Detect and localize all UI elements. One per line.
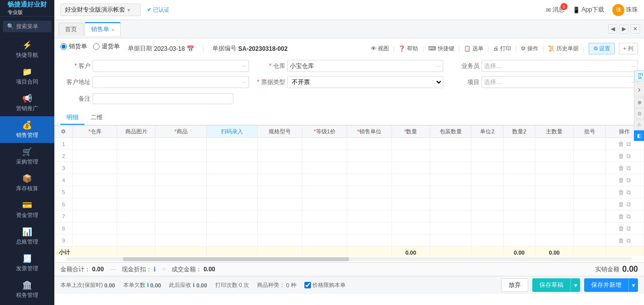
row-product[interactable] — [155, 222, 206, 235]
row-warehouse[interactable] — [72, 222, 117, 235]
row-warehouse[interactable] — [72, 138, 117, 150]
row-scan[interactable] — [206, 138, 257, 150]
right-panel-btn-3[interactable]: ⊙ — [634, 108, 644, 119]
right-panel-expand-1[interactable]: › — [634, 83, 644, 97]
customer-input[interactable]: ··· — [93, 60, 249, 72]
row-qty[interactable] — [391, 162, 430, 174]
row-batch[interactable] — [574, 222, 605, 235]
row-pack-qty[interactable] — [430, 162, 471, 174]
row-unit[interactable] — [347, 235, 391, 247]
row-price[interactable] — [302, 138, 347, 150]
row-scan[interactable] — [206, 162, 257, 174]
row-pack-qty[interactable] — [430, 138, 471, 150]
row-qty2[interactable] — [503, 162, 535, 174]
row-qty2[interactable] — [503, 186, 535, 198]
row-pack-qty[interactable] — [430, 186, 471, 198]
row-product[interactable] — [155, 235, 206, 247]
row-qty2[interactable] — [503, 222, 535, 235]
row-unit[interactable] — [347, 186, 391, 198]
row-product-img[interactable] — [117, 150, 155, 162]
app-download-button[interactable]: 📱 App下载 — [573, 6, 604, 14]
row-scan[interactable] — [206, 235, 257, 247]
remarks-input[interactable] — [93, 93, 233, 104]
row-delete-icon[interactable]: 🗑 — [618, 140, 624, 147]
row-batch[interactable] — [574, 235, 605, 247]
search-menu-button[interactable]: 🔍 搜索菜单 — [3, 21, 51, 32]
sidebar-item-sales[interactable]: 💰 销售管理 — [0, 116, 54, 143]
sidebar-item-marketing[interactable]: 📢 营销推广 — [0, 90, 54, 116]
row-unit[interactable] — [347, 150, 391, 162]
address-input[interactable]: ··· — [93, 76, 249, 88]
row-warehouse[interactable] — [72, 162, 117, 174]
row-unit[interactable] — [347, 138, 391, 150]
row-qty2[interactable] — [503, 174, 535, 186]
sidebar-item-accounting[interactable]: 📊 总账管理 — [0, 223, 54, 250]
right-panel-btn-4[interactable]: ☆ — [634, 119, 644, 130]
row-pack-qty[interactable] — [430, 198, 471, 210]
row-product-img[interactable] — [117, 186, 155, 198]
row-unit2[interactable] — [471, 162, 503, 174]
row-batch[interactable] — [574, 186, 605, 198]
row-warehouse[interactable] — [72, 150, 117, 162]
sidebar-item-funds[interactable]: 💳 资金管理 — [0, 196, 54, 223]
row-delete-icon[interactable]: 🗑 — [618, 237, 624, 244]
price-check-checkbox[interactable] — [304, 282, 311, 288]
row-unit[interactable] — [347, 174, 391, 186]
row-price[interactable] — [302, 210, 347, 222]
row-spec[interactable] — [258, 235, 302, 247]
sidebar-item-purchase[interactable]: 🛒 采购管理 — [0, 143, 54, 170]
row-scan[interactable] — [206, 222, 257, 235]
row-product[interactable] — [155, 162, 206, 174]
warehouse-dots-icon[interactable]: ··· — [437, 63, 441, 69]
sidebar-item-inventory[interactable]: 📦 库存核算 — [0, 170, 54, 196]
row-product-img[interactable] — [117, 235, 155, 247]
staff-dots-icon[interactable]: ··· — [631, 63, 635, 69]
row-scan[interactable] — [206, 210, 257, 222]
row-warehouse[interactable] — [72, 174, 117, 186]
save-draft-dropdown[interactable]: ▾ — [571, 278, 580, 292]
row-spec[interactable] — [258, 138, 302, 150]
row-warehouse[interactable] — [72, 186, 117, 198]
row-pack-qty[interactable] — [430, 174, 471, 186]
row-main-qty[interactable] — [535, 186, 574, 198]
abandon-button[interactable]: 放弃 — [501, 278, 528, 292]
row-batch[interactable] — [574, 198, 605, 210]
row-product[interactable] — [155, 198, 206, 210]
row-copy-icon[interactable]: ⧉ — [626, 213, 631, 220]
row-spec[interactable] — [258, 150, 302, 162]
row-main-qty[interactable] — [535, 150, 574, 162]
calendar-icon[interactable]: 📅 — [187, 45, 194, 52]
row-main-qty[interactable] — [535, 235, 574, 247]
row-copy-icon[interactable]: ⧉ — [626, 140, 631, 147]
horizontal-scrollbar[interactable] — [54, 256, 644, 262]
row-qty[interactable] — [391, 198, 430, 210]
row-qty2[interactable] — [503, 235, 535, 247]
row-pack-qty[interactable] — [430, 235, 471, 247]
row-product-img[interactable] — [117, 222, 155, 235]
row-scan[interactable] — [206, 174, 257, 186]
staff-input[interactable]: 选择... ··· — [481, 60, 638, 72]
project-input[interactable]: 选择... ··· — [481, 76, 638, 88]
toolbar-history-btn[interactable]: 📜 历史单据 — [548, 45, 579, 52]
row-spec[interactable] — [258, 198, 302, 210]
row-qty[interactable] — [391, 210, 430, 222]
row-unit2[interactable] — [471, 235, 503, 247]
row-unit2[interactable] — [471, 210, 503, 222]
row-copy-icon[interactable]: ⧉ — [626, 152, 631, 160]
row-price[interactable] — [302, 174, 347, 186]
row-main-qty[interactable] — [535, 138, 574, 150]
row-unit2[interactable] — [471, 186, 503, 198]
add-column-button[interactable]: + 列 — [619, 43, 638, 54]
sidebar-item-quick-nav[interactable]: ⚡ 快捷导航 — [0, 36, 54, 63]
row-copy-icon[interactable]: ⧉ — [626, 177, 631, 184]
row-qty2[interactable] — [503, 198, 535, 210]
radio-return-input[interactable] — [93, 43, 100, 50]
row-warehouse[interactable] — [72, 210, 117, 222]
row-qty[interactable] — [391, 235, 430, 247]
row-product[interactable] — [155, 150, 206, 162]
row-spec[interactable] — [258, 210, 302, 222]
user-profile-button[interactable]: 珠 珠珠 — [612, 4, 638, 16]
sidebar-item-project[interactable]: 📁 项目合同 — [0, 63, 54, 90]
row-spec[interactable] — [258, 186, 302, 198]
row-pack-qty[interactable] — [430, 222, 471, 235]
